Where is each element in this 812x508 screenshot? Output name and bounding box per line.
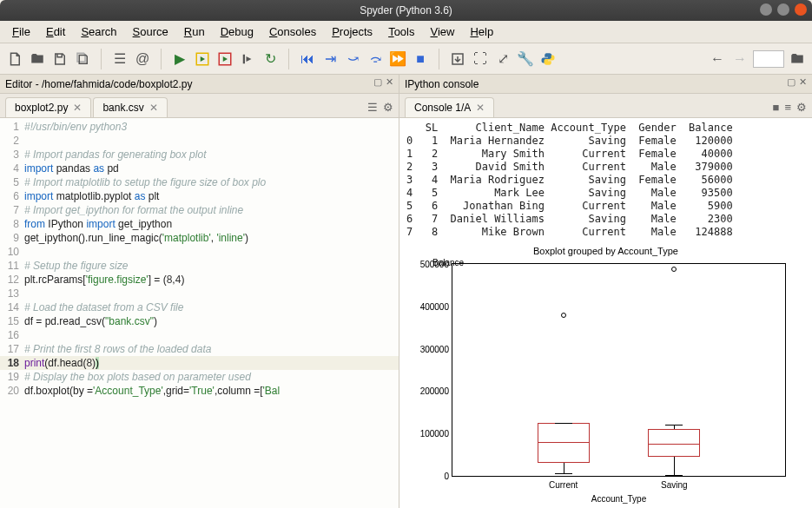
debug-step-into-icon[interactable]: ⏮ xyxy=(298,49,317,69)
editor-tabs-menu-icon[interactable]: ☰ xyxy=(367,101,378,114)
tab-console[interactable]: Console 1/A ✕ xyxy=(405,97,494,117)
close-icon[interactable]: ✕ xyxy=(476,102,485,114)
menu-edit[interactable]: Edit xyxy=(39,23,72,40)
main-toolbar: ☰ @ ▶ ↻ ⏮ ⇥ ⤻ ⤼ ⏩ ■ ⛶ ⤢ 🔧 ← → xyxy=(0,43,812,75)
run-icon[interactable]: ▶ xyxy=(170,49,189,69)
code-line: 2 xyxy=(0,134,399,148)
ytick: 500000 xyxy=(418,260,449,269)
debug-step-icon[interactable]: ⇥ xyxy=(320,49,340,69)
menu-projects[interactable]: Projects xyxy=(325,23,380,40)
minimize-button[interactable] xyxy=(760,3,772,16)
menu-search[interactable]: Search xyxy=(74,23,123,40)
chart-xlabel: Account_Type xyxy=(591,494,646,504)
run-selection-icon[interactable] xyxy=(238,49,257,69)
code-line: 8from IPython import get_ipython xyxy=(0,217,399,231)
ytick: 300000 xyxy=(418,345,449,354)
close-icon[interactable]: ✕ xyxy=(73,102,82,114)
code-line: 6import matplotlib.pyplot as plt xyxy=(0,189,399,203)
tab-label: boxplot2.py xyxy=(15,102,68,114)
console-pane-header: IPython console ▢ ✕ xyxy=(399,75,812,94)
preferences-icon[interactable]: 🔧 xyxy=(516,49,535,69)
code-line: 10 xyxy=(0,245,399,259)
save-icon[interactable] xyxy=(50,49,69,69)
run-cell-advance-icon[interactable] xyxy=(215,49,234,69)
maximize-pane-icon[interactable]: ⛶ xyxy=(471,49,490,69)
xtick: Saving xyxy=(661,480,688,490)
list-icon[interactable]: ☰ xyxy=(110,49,129,69)
code-line: 3# Import pandas for generating box plot xyxy=(0,148,399,162)
code-line: 14# Load the dataset from a CSV file xyxy=(0,300,399,314)
debug-step-over-icon[interactable]: ⤻ xyxy=(343,49,362,69)
menu-tools[interactable]: Tools xyxy=(381,23,421,40)
maximize-button[interactable] xyxy=(777,3,789,16)
outlier xyxy=(671,267,677,272)
console-tab-label: Console 1/A xyxy=(414,102,471,114)
browse-folder-icon[interactable] xyxy=(788,49,807,69)
code-line: 19# Display the box plots based on param… xyxy=(0,370,399,384)
rerun-icon[interactable]: ↻ xyxy=(261,49,280,69)
ytick: 400000 xyxy=(418,302,449,312)
console-clear-icon[interactable]: ≡ xyxy=(784,101,791,114)
code-line: 7# Import get_ipython for format the out… xyxy=(0,203,399,217)
editor-pane-undock-icon[interactable]: ▢ xyxy=(373,76,382,88)
close-window-button[interactable] xyxy=(795,3,807,16)
ytick: 200000 xyxy=(418,386,449,396)
open-file-icon[interactable] xyxy=(28,49,47,69)
code-line: 20df.boxplot(by ='Account_Type',grid='Tr… xyxy=(0,384,399,398)
editor-pane-title: Editor - /home/fahmida/code/boxplot2.py xyxy=(5,78,192,90)
code-line: 4import pandas as pd xyxy=(0,162,399,175)
import-icon[interactable] xyxy=(448,49,467,69)
console-pane-undock-icon[interactable]: ▢ xyxy=(787,76,795,88)
editor-pane-header: Editor - /home/fahmida/code/boxplot2.py … xyxy=(0,75,399,94)
code-line: 15df = pd.read_csv("bank.csv") xyxy=(0,314,399,328)
tab-label: bank.csv xyxy=(102,102,143,114)
console-output[interactable]: SL Client_Name Account_Type Gender Balan… xyxy=(399,118,812,508)
tab-boxplot2-py[interactable]: boxplot2.py ✕ xyxy=(5,97,91,117)
menu-view[interactable]: View xyxy=(423,23,461,40)
menu-help[interactable]: Help xyxy=(463,23,500,40)
new-file-icon[interactable] xyxy=(5,49,24,69)
back-icon[interactable]: ← xyxy=(708,49,727,69)
console-options-icon[interactable]: ⚙ xyxy=(796,101,807,114)
forward-icon[interactable]: → xyxy=(730,49,749,69)
working-dir-combo[interactable] xyxy=(753,50,784,68)
plot-area: Account_Type 010000020000030000040000050… xyxy=(452,263,786,477)
debug-stop-icon[interactable]: ■ xyxy=(411,49,430,69)
ytick: 0 xyxy=(418,472,449,481)
window-title: Spyder (Python 3.6) xyxy=(360,4,452,16)
menu-consoles[interactable]: Consoles xyxy=(262,23,323,40)
code-editor[interactable]: 1#!/usr/bin/env python32 3# Import panda… xyxy=(0,118,399,508)
outlier xyxy=(561,313,566,318)
code-line: 1#!/usr/bin/env python3 xyxy=(0,120,399,134)
console-pane-title: IPython console xyxy=(405,78,479,90)
at-icon[interactable]: @ xyxy=(133,49,152,69)
close-icon[interactable]: ✕ xyxy=(149,102,158,114)
fullscreen-icon[interactable]: ⤢ xyxy=(493,49,512,69)
run-cell-icon[interactable] xyxy=(193,49,212,69)
xtick: Current xyxy=(549,480,578,490)
console-stop-icon[interactable]: ■ xyxy=(773,101,780,114)
console-pane-close-icon[interactable]: ✕ xyxy=(799,76,807,88)
menu-debug[interactable]: Debug xyxy=(214,23,261,40)
menu-file[interactable]: File xyxy=(5,23,37,40)
box-saving xyxy=(648,429,700,457)
chart-title: Boxplot grouped by Account_Type xyxy=(533,246,678,256)
code-line: 17# Print the first 8 rows of the loaded… xyxy=(0,342,399,356)
save-all-icon[interactable] xyxy=(73,49,92,69)
boxplot-chart: Boxplot grouped by Account_Type Balance … xyxy=(399,242,812,508)
editor-tabs-options-icon[interactable]: ⚙ xyxy=(383,101,393,114)
code-line: 12plt.rcParams['figure.figsize'] = (8,4) xyxy=(0,273,399,287)
box-current xyxy=(538,423,590,463)
debug-continue-icon[interactable]: ⏩ xyxy=(388,49,407,69)
code-line: 5# Import matplotlib to setup the figure… xyxy=(0,175,399,189)
python-path-icon[interactable] xyxy=(538,49,558,69)
tab-bank-csv[interactable]: bank.csv ✕ xyxy=(93,97,167,117)
window-titlebar: Spyder (Python 3.6) xyxy=(0,0,812,21)
editor-pane: Editor - /home/fahmida/code/boxplot2.py … xyxy=(0,75,399,508)
editor-pane-close-icon[interactable]: ✕ xyxy=(386,76,393,88)
menu-source[interactable]: Source xyxy=(126,23,175,40)
debug-step-out-icon[interactable]: ⤼ xyxy=(366,49,385,69)
editor-tabs: boxplot2.py ✕bank.csv ✕ ☰ ⚙ xyxy=(0,94,399,118)
menu-run[interactable]: Run xyxy=(177,23,212,40)
ytick: 100000 xyxy=(418,429,449,439)
